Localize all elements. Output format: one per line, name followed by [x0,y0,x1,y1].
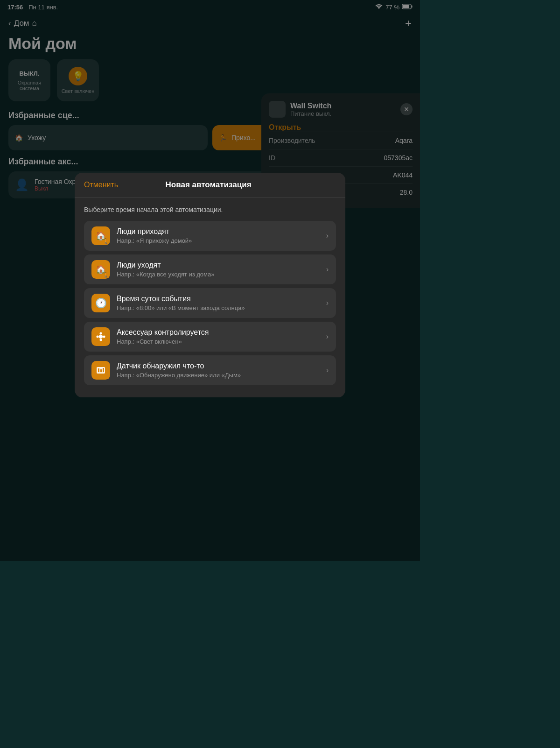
people-leave-icon: 🏠 🚶 [91,260,110,279]
accessory-text: Аксессуар контролируется Напр.: «Свет вк… [117,328,326,345]
svg-rect-15 [103,368,104,372]
accessory-controlled-name: Аксессуар контролируется [117,328,326,337]
accessory-controlled-icon [91,327,110,346]
people-leave-text: Люди уходят Напр.: «Когда все уходят из … [117,261,326,278]
people-arrive-desc: Напр.: «Я прихожу домой» [117,237,326,244]
automation-modal: Отменить Новая автоматизация Выберите вр… [75,173,345,397]
modal-title: Новая автоматизация [166,180,252,190]
people-arrive-text: Люди приходят Напр.: «Я прихожу домой» [117,227,326,244]
automation-item-sensor[interactable]: Датчик обнаружил что-то Напр.: «Обнаруже… [84,355,336,385]
chevron-right-icon: › [326,366,329,374]
time-desc: Напр.: «8:00» или «В момент захода солнц… [117,304,326,311]
accessory-controlled-desc: Напр.: «Свет включен» [117,338,326,345]
sensor-desc: Напр.: «Обнаружено движение» или «Дым» [117,372,326,379]
modal-body: Выберите время начала этой автоматизации… [75,198,345,397]
svg-point-4 [97,336,99,338]
automation-item-people-arrive[interactable]: 🏠 🚶 Люди приходят Напр.: «Я прихожу домо… [84,221,336,251]
automation-item-people-leave[interactable]: 🏠 🚶 Люди уходят Напр.: «Когда все уходят… [84,254,336,284]
automation-item-time[interactable]: 🕐 Время суток события Напр.: «8:00» или … [84,288,336,318]
time-name: Время суток события [117,295,326,303]
chevron-right-icon: › [326,299,329,307]
svg-rect-14 [100,369,102,372]
people-leave-desc: Напр.: «Когда все уходят из дома» [117,271,326,278]
time-icon: 🕐 [91,294,110,312]
sensor-name: Датчик обнаружил что-то [117,362,326,370]
sensor-text: Датчик обнаружил что-то Напр.: «Обнаруже… [117,362,326,379]
sensor-icon [91,361,110,380]
time-text: Время суток события Напр.: «8:00» или «В… [117,295,326,311]
modal-cancel-button[interactable]: Отменить [84,181,118,189]
svg-point-7 [100,339,102,341]
people-arrive-icon: 🏠 🚶 [91,226,110,245]
svg-point-6 [100,332,102,335]
svg-rect-13 [98,368,99,372]
chevron-right-icon: › [326,332,329,341]
people-arrive-name: Люди приходят [117,227,326,236]
chevron-right-icon: › [326,232,329,240]
automation-item-accessory[interactable]: Аксессуар контролируется Напр.: «Свет вк… [84,322,336,352]
chevron-right-icon: › [326,265,329,274]
people-leave-name: Люди уходят [117,261,326,269]
modal-header: Отменить Новая автоматизация [75,173,345,198]
modal-prompt: Выберите время начала этой автоматизации… [84,206,336,213]
svg-point-5 [103,336,105,338]
